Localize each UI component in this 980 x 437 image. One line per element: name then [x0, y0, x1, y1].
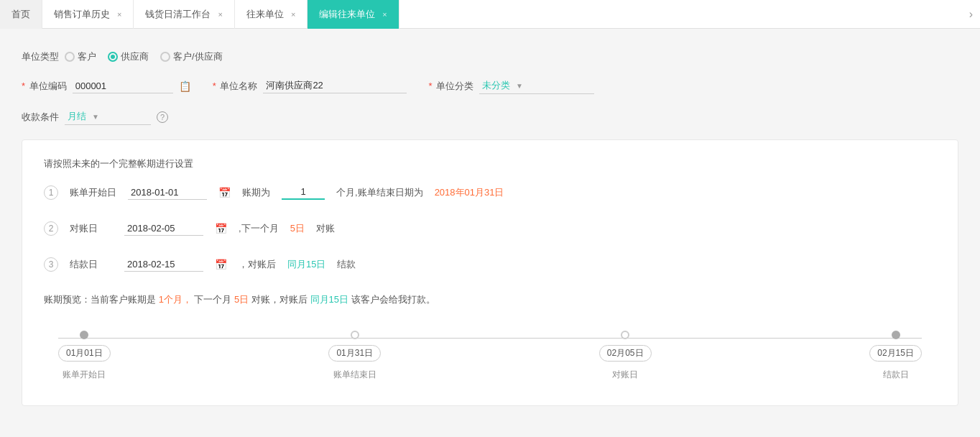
tab-edit-partner-close[interactable]: × — [382, 10, 387, 19]
tab-partner[interactable]: 往来单位 × — [235, 0, 308, 29]
tab-cash-work-label: 钱货日清工作台 — [145, 8, 211, 21]
settings-row-3: 3 结款日 📅 ，对账后 同月15日 结款 — [44, 257, 936, 272]
unit-code-star: * — [22, 80, 25, 91]
timeline-dot-0 — [80, 331, 88, 339]
unit-category-field: * 单位分类 未分类 ▼ — [428, 78, 594, 94]
settings-row-1: 1 账单开始日 📅 账期为 个月,账单结束日期为 2018年01月31日 — [44, 185, 936, 200]
unit-name-label: * 单位名称 — [213, 80, 258, 93]
tab-sales-history-close[interactable]: × — [117, 10, 121, 19]
timeline-point-0: 01月01日 账单开始日 — [58, 331, 111, 381]
timeline-dot-1 — [351, 331, 359, 339]
preview-suffix: 该客户会给我打款。 — [351, 294, 435, 305]
preview-middle2: 对账，对账后 — [251, 294, 308, 305]
payment-terms-label: 收款条件 — [22, 111, 59, 124]
period-input[interactable] — [282, 185, 325, 200]
reconcile-date-cal-icon[interactable]: 📅 — [215, 223, 227, 234]
payment-terms-help[interactable]: ? — [157, 111, 168, 123]
payment-date-cal-icon[interactable]: 📅 — [215, 259, 227, 270]
tab-home[interactable]: 首页 — [0, 0, 42, 29]
period-label: 账期为 — [242, 186, 270, 199]
period-end: 2018年01月31日 — [435, 186, 504, 199]
tab-home-label: 首页 — [11, 8, 30, 21]
timeline-date-2: 02月05日 — [599, 345, 652, 362]
timeline-label-0: 账单开始日 — [63, 369, 106, 381]
row-number-1: 1 — [44, 185, 58, 200]
reconcile-suffix-pre: ,下一个月 — [239, 222, 279, 235]
radio-both[interactable]: 客户/供应商 — [160, 50, 223, 63]
payment-terms-field: 收款条件 月结 ▼ ? — [22, 109, 168, 125]
unit-type-field: 单位类型 客户 供应商 客户/供应商 — [22, 50, 223, 63]
timeline-dot-3 — [892, 331, 900, 339]
tab-edit-partner[interactable]: 编辑往来单位 × — [308, 0, 399, 29]
row-label-2: 对账日 — [70, 222, 113, 235]
timeline-date-3: 02月15日 — [869, 345, 922, 362]
unit-name-field: * 单位名称 — [213, 79, 407, 93]
preview-text: 账期预览：当前客户账期是 1个月， 下一个月 5日 对账，对账后 同月15日 该… — [44, 293, 936, 306]
radio-both-circle — [160, 52, 170, 62]
unit-code-icon[interactable]: 📋 — [179, 80, 191, 92]
timeline-point-1: 01月31日 账单结束日 — [328, 331, 381, 381]
timeline-point-2: 02月05日 对账日 — [599, 331, 652, 381]
unit-category-value: 未分类 — [482, 79, 510, 92]
tabs-expand-button[interactable]: › — [962, 8, 980, 21]
tab-cash-work-close[interactable]: × — [218, 10, 222, 19]
timeline-dot-2 — [621, 331, 629, 339]
settings-row-2: 2 对账日 📅 ,下一个月 5日 对账 — [44, 221, 936, 236]
unit-code-field: * 单位编码 📋 — [22, 79, 191, 93]
unit-code-input[interactable] — [73, 79, 173, 93]
preview-highlight2: 5日 — [234, 294, 249, 305]
unit-category-select[interactable]: 未分类 ▼ — [479, 78, 594, 94]
radio-both-label: 客户/供应商 — [173, 50, 223, 63]
row-label-1: 账单开始日 — [70, 186, 116, 199]
payment-date-input[interactable] — [124, 257, 203, 272]
timeline-label-2: 对账日 — [612, 369, 638, 381]
timeline-label-3: 结款日 — [883, 369, 909, 381]
radio-customer[interactable]: 客户 — [65, 50, 96, 63]
start-date-input[interactable] — [128, 185, 207, 200]
tab-cash-work[interactable]: 钱货日清工作台 × — [134, 0, 234, 29]
settings-box: 请按照未来的一个完整帐期进行设置 1 账单开始日 📅 账期为 个月,账单结束日期… — [22, 139, 958, 406]
start-date-cal-icon[interactable]: 📅 — [218, 187, 231, 198]
tab-partner-close[interactable]: × — [291, 10, 295, 19]
tab-sales-history-label: 销售订单历史 — [54, 8, 110, 21]
radio-customer-circle — [65, 52, 75, 62]
unit-category-arrow: ▼ — [516, 82, 523, 90]
payment-terms-arrow: ▼ — [92, 113, 99, 121]
preview-middle: 下一个月 — [194, 294, 231, 305]
payment-terms-value: 月结 — [68, 110, 86, 123]
tab-partner-label: 往来单位 — [246, 8, 284, 21]
unit-category-label: * 单位分类 — [428, 80, 473, 93]
period-unit: 个月,账单结束日期为 — [336, 186, 423, 199]
preview-highlight1: 1个月， — [159, 294, 192, 305]
unit-info-row: * 单位编码 📋 * 单位名称 * 单位分类 未分类 ▼ — [22, 78, 958, 94]
unit-type-radio-group: 客户 供应商 客户/供应商 — [65, 50, 223, 63]
unit-category-star: * — [428, 80, 432, 91]
unit-type-label: 单位类型 — [22, 50, 59, 63]
unit-type-row: 单位类型 客户 供应商 客户/供应商 — [22, 50, 958, 63]
timeline-point-3: 02月15日 结款日 — [869, 331, 922, 381]
settings-title: 请按照未来的一个完整帐期进行设置 — [44, 157, 936, 170]
preview-prefix: 账期预览：当前客户账期是 — [44, 294, 156, 305]
page-content: 单位类型 客户 供应商 客户/供应商 * 单位编码 — [0, 29, 980, 437]
unit-name-star: * — [213, 80, 216, 91]
row-number-3: 3 — [44, 257, 58, 272]
payment-suffix-post: 结款 — [337, 258, 356, 271]
tab-sales-history[interactable]: 销售订单历史 × — [42, 0, 134, 29]
reconcile-suffix-post: 对账 — [316, 222, 335, 235]
unit-name-input[interactable] — [263, 79, 407, 93]
row-label-3: 结款日 — [70, 258, 113, 271]
unit-code-label: * 单位编码 — [22, 80, 67, 93]
timeline-points: 01月01日 账单开始日 01月31日 账单结束日 02月05日 对账日 02月… — [58, 331, 922, 381]
reconcile-suffix-highlight: 5日 — [290, 222, 305, 235]
timeline-date-0: 01月01日 — [58, 345, 111, 362]
timeline-label-1: 账单结束日 — [333, 369, 376, 381]
payment-terms-select[interactable]: 月结 ▼ — [65, 109, 151, 125]
payment-terms-row: 收款条件 月结 ▼ ? — [22, 109, 958, 125]
radio-supplier[interactable]: 供应商 — [108, 50, 149, 63]
radio-customer-label: 客户 — [78, 50, 96, 63]
radio-supplier-label: 供应商 — [121, 50, 149, 63]
payment-suffix-pre: ，对账后 — [239, 258, 276, 271]
reconcile-date-input[interactable] — [124, 221, 203, 236]
tab-edit-partner-label: 编辑往来单位 — [319, 8, 375, 21]
radio-supplier-circle — [108, 52, 118, 62]
